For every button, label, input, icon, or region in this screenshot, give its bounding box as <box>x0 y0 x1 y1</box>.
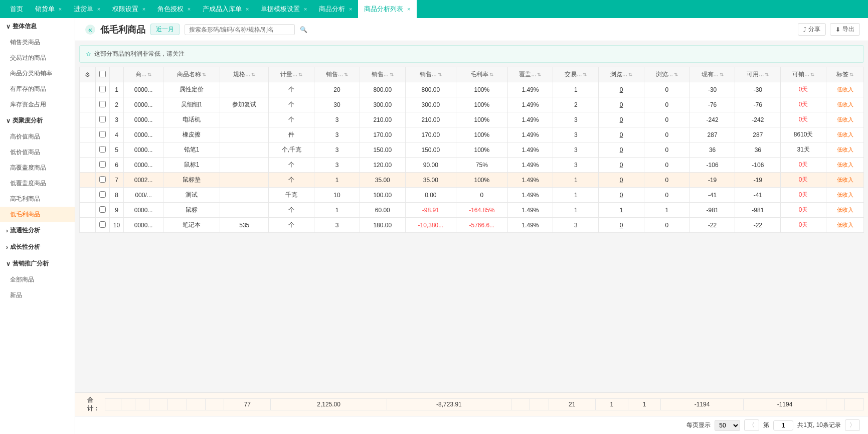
row-checkbox[interactable] <box>99 86 106 92</box>
col-settings[interactable]: ⚙ <box>80 67 96 82</box>
row-checkbox[interactable] <box>99 176 106 183</box>
cell-checkbox[interactable] <box>96 142 110 158</box>
sidebar-group-overall[interactable]: ∨ 整体信息 <box>0 18 75 35</box>
col-code[interactable]: 商...⇅ <box>124 67 163 82</box>
cell-checkbox[interactable] <box>96 97 110 112</box>
cell-unit: 个 <box>269 158 314 173</box>
browse1-link[interactable]: 1 <box>620 207 623 214</box>
collapse-sidebar-button[interactable]: « <box>85 25 95 35</box>
sidebar-item-category-rate[interactable]: 商品分类助销率 <box>0 66 75 81</box>
cell-num: 3 <box>110 112 124 127</box>
sidebar-item-all-goods[interactable]: 全部商品 <box>0 272 75 287</box>
col-gross-rate[interactable]: 毛利率⇅ <box>456 67 508 82</box>
nav-product-entry[interactable]: 产成品入库单 × <box>197 0 255 18</box>
col-usable[interactable]: 可用...⇅ <box>735 67 781 82</box>
search-input[interactable] <box>185 24 295 35</box>
sidebar-item-high-profit[interactable]: 高毛利商品 <box>0 191 75 207</box>
cell-checkbox[interactable] <box>96 82 110 97</box>
close-icon[interactable]: × <box>407 6 410 12</box>
sidebar-group-liquidity[interactable]: › 流通性分析 <box>0 222 75 239</box>
cell-salable: 0天 <box>781 97 826 112</box>
cell-current: -242 <box>689 112 735 127</box>
col-price[interactable]: 销售...⇅ <box>360 67 405 82</box>
nav-template-settings[interactable]: 单据模板设置 × <box>255 0 313 18</box>
col-qty[interactable]: 销售...⇅ <box>314 67 360 82</box>
filter-button[interactable]: 近一月 <box>150 24 180 35</box>
row-checkbox[interactable] <box>99 146 106 153</box>
col-name[interactable]: 商品名称⇅ <box>163 67 220 82</box>
col-checkbox[interactable] <box>96 67 110 82</box>
row-checkbox[interactable] <box>99 131 106 137</box>
close-icon[interactable]: × <box>59 6 62 12</box>
cell-settings <box>80 82 96 97</box>
col-unit[interactable]: 计量...⇅ <box>269 67 314 82</box>
row-checkbox[interactable] <box>99 221 106 228</box>
close-icon[interactable]: × <box>142 6 145 12</box>
sidebar-group-marketing[interactable]: ∨ 营销推广分析 <box>0 255 75 272</box>
sidebar-item-new-goods[interactable]: 新品 <box>0 287 75 303</box>
row-checkbox[interactable] <box>99 101 106 107</box>
sidebar-group-cluster[interactable]: ∨ 类聚度分析 <box>0 112 75 129</box>
cell-checkbox[interactable] <box>96 173 110 188</box>
cell-price: 120.00 <box>360 158 405 173</box>
browse1-link: 0 <box>620 192 623 199</box>
select-all-checkbox[interactable] <box>99 71 106 77</box>
close-icon[interactable]: × <box>188 6 191 12</box>
row-checkbox[interactable] <box>99 161 106 168</box>
cell-checkbox[interactable] <box>96 112 110 127</box>
sidebar-group-growth[interactable]: › 成长性分析 <box>0 239 75 255</box>
close-icon[interactable]: × <box>97 6 100 12</box>
col-tag[interactable]: 标签⇅ <box>826 67 864 82</box>
sidebar-item-low-value[interactable]: 低价值商品 <box>0 144 75 160</box>
col-trade[interactable]: 交易...⇅ <box>553 67 599 82</box>
row-checkbox[interactable] <box>99 206 106 213</box>
cell-num: 2 <box>110 97 124 112</box>
nav-goods-analysis-list[interactable]: 商品分析列表 × <box>358 0 416 18</box>
sidebar-item-traded-goods[interactable]: 交易过的商品 <box>0 50 75 66</box>
nav-role-auth[interactable]: 角色授权 × <box>151 0 197 18</box>
col-current[interactable]: 现有...⇅ <box>689 67 735 82</box>
close-icon[interactable]: × <box>246 6 249 12</box>
cell-price: 150.00 <box>360 142 405 158</box>
nav-purchase[interactable]: 进货单 × <box>68 0 106 18</box>
prev-page-button[interactable]: 〈 <box>744 419 759 431</box>
col-coverage[interactable]: 覆盖...⇅ <box>507 67 553 82</box>
cell-browse1[interactable]: 1 <box>599 203 644 218</box>
nav-home[interactable]: 首页 <box>4 0 29 18</box>
cell-name: 电话机 <box>163 112 220 127</box>
per-page-select[interactable]: 50 100 200 <box>715 420 740 431</box>
cell-amount: 800.00 <box>405 82 456 97</box>
cell-checkbox[interactable] <box>96 188 110 203</box>
nav-goods-analysis[interactable]: 商品分析 × <box>313 0 358 18</box>
sidebar-item-capital[interactable]: 库存资金占用 <box>0 97 75 112</box>
cell-spec: 参加复试 <box>220 97 269 112</box>
col-browse1[interactable]: 浏览...⇅ <box>599 67 644 82</box>
cell-unit: 个 <box>269 112 314 127</box>
export-button[interactable]: ⬇ 导出 <box>830 23 860 36</box>
row-checkbox[interactable] <box>99 191 106 198</box>
search-icon[interactable]: 🔍 <box>300 26 307 33</box>
sidebar-item-low-coverage[interactable]: 低覆盖度商品 <box>0 176 75 191</box>
nav-permissions[interactable]: 权限设置 × <box>106 0 151 18</box>
col-salable[interactable]: 可销...⇅ <box>781 67 826 82</box>
col-amount[interactable]: 销售...⇅ <box>405 67 456 82</box>
col-browse2[interactable]: 浏览...⇅ <box>644 67 689 82</box>
page-number-input[interactable] <box>773 420 793 430</box>
cell-usable: -41 <box>735 188 781 203</box>
row-checkbox[interactable] <box>99 116 106 122</box>
cell-checkbox[interactable] <box>96 203 110 218</box>
sidebar-item-high-coverage[interactable]: 高覆盖度商品 <box>0 160 75 176</box>
next-page-button[interactable]: 〉 <box>845 419 860 431</box>
nav-sales[interactable]: 销货单 × <box>29 0 68 18</box>
sidebar-item-high-value[interactable]: 高价值商品 <box>0 129 75 144</box>
col-spec[interactable]: 规格...⇅ <box>220 67 269 82</box>
close-icon[interactable]: × <box>304 6 307 12</box>
cell-checkbox[interactable] <box>96 218 110 233</box>
close-icon[interactable]: × <box>349 6 352 12</box>
share-button[interactable]: ⤴ 分享 <box>798 23 826 36</box>
cell-checkbox[interactable] <box>96 127 110 142</box>
cell-checkbox[interactable] <box>96 158 110 173</box>
sidebar-item-sales-goods[interactable]: 销售类商品 <box>0 35 75 50</box>
sidebar-item-low-profit[interactable]: 低毛利商品 <box>0 207 75 222</box>
sidebar-item-inventory-goods[interactable]: 有库存的商品 <box>0 81 75 97</box>
